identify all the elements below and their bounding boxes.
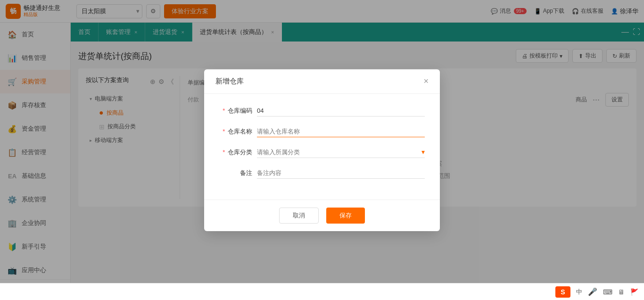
save-button[interactable]: 保存 — [326, 208, 365, 224]
code-label: * 仓库编码 — [219, 107, 257, 115]
name-label: * 仓库名称 — [219, 127, 257, 136]
chinese-text-icon[interactable]: 中 — [576, 288, 582, 296]
name-required-star: * — [223, 128, 225, 135]
new-warehouse-modal: 新增仓库 × * 仓库编码 * 仓库名称 — [204, 69, 440, 231]
code-required-star: * — [223, 107, 225, 114]
warehouse-name-input[interactable] — [257, 126, 425, 137]
modal-footer: 取消 保存 — [204, 200, 440, 231]
category-dropdown-arrow[interactable]: ▾ — [421, 148, 425, 156]
modal-header: 新增仓库 × — [204, 69, 440, 94]
modal-body: * 仓库编码 * 仓库名称 * 仓库分类 — [204, 94, 440, 200]
warehouse-code-input[interactable] — [257, 105, 425, 117]
form-row-note: 备注 — [219, 167, 425, 179]
category-required-star: * — [223, 149, 225, 156]
monitor-icon[interactable]: 🖥 — [618, 288, 625, 296]
modal-close-button[interactable]: × — [423, 77, 429, 85]
s-logo: S — [555, 286, 570, 298]
form-row-category: * 仓库分类 ▾ — [219, 147, 425, 158]
category-select-wrap[interactable]: ▾ — [257, 147, 425, 158]
modal-title: 新增仓库 — [215, 77, 244, 86]
cancel-button[interactable]: 取消 — [279, 208, 319, 224]
category-label: * 仓库分类 — [219, 148, 257, 157]
flag-icon[interactable]: 🚩 — [630, 288, 638, 296]
modal-overlay[interactable]: 新增仓库 × * 仓库编码 * 仓库名称 — [0, 0, 644, 300]
keyboard-icon[interactable]: ⌨ — [603, 288, 612, 296]
warehouse-note-input[interactable] — [257, 167, 425, 179]
status-bar: S 中 🎤 ⌨ 🖥 🚩 — [0, 283, 644, 300]
form-row-name: * 仓库名称 — [219, 126, 425, 137]
mic-icon[interactable]: 🎤 — [588, 287, 597, 296]
note-label: 备注 — [219, 169, 257, 177]
form-row-code: * 仓库编码 — [219, 105, 425, 117]
category-select-input[interactable] — [257, 147, 421, 158]
